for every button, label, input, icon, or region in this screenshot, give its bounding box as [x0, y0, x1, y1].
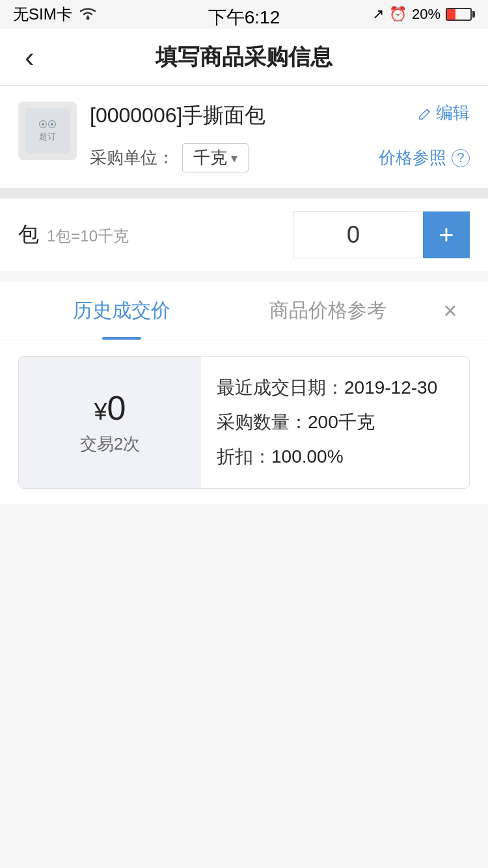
quantity-input-group: + — [293, 211, 470, 258]
location-icon: ↗ — [372, 6, 384, 23]
product-header: [0000006]手撕面包 编辑 — [90, 102, 470, 130]
svg-text:⦿⦿: ⦿⦿ — [38, 119, 57, 129]
dropdown-icon: ▾ — [231, 150, 237, 166]
tab-content: ¥0 交易2次 最近成交日期：2019-12-30 采购数量：200千克 折扣：… — [0, 340, 488, 504]
quantity-label: 包 1包=10千克 — [18, 221, 129, 249]
purchase-qty-label: 采购数量： — [217, 412, 308, 432]
tab1-label: 历史成交价 — [73, 297, 170, 324]
tab-product-price[interactable]: 商品价格参考 — [224, 282, 431, 340]
price-symbol: ¥ — [94, 398, 107, 425]
unit-value: 千克 — [193, 146, 227, 169]
recent-date-label: 最近成交日期： — [217, 377, 344, 398]
product-section: ⦿⦿ 超订 [0000006]手撕面包 编辑 采购单位： — [0, 86, 488, 188]
battery-pct: 20% — [412, 6, 441, 23]
page-title: 填写商品采购信息 — [156, 42, 332, 72]
price-value: 0 — [107, 389, 126, 427]
recent-date-row: 最近成交日期：2019-12-30 — [217, 375, 454, 400]
product-info: [0000006]手撕面包 编辑 采购单位： 千克 ▾ — [90, 102, 470, 172]
discount-label: 折扣： — [217, 446, 271, 467]
history-price-card: ¥0 交易2次 最近成交日期：2019-12-30 采购数量：200千克 折扣：… — [18, 356, 470, 489]
tab-close-button[interactable]: × — [431, 292, 470, 331]
quantity-input[interactable] — [293, 211, 423, 258]
purchase-qty-row: 采购数量：200千克 — [217, 409, 454, 435]
discount-value: 100.00% — [271, 446, 344, 467]
battery-icon — [446, 8, 475, 21]
back-button[interactable]: ‹ — [18, 34, 41, 80]
help-icon: ? — [452, 149, 470, 167]
recent-date-value: 2019-12-30 — [344, 377, 437, 398]
card-detail-right: 最近成交日期：2019-12-30 采购数量：200千克 折扣：100.00% — [201, 357, 469, 488]
price-amount: ¥0 — [94, 389, 126, 427]
quantity-unit: 包 — [18, 221, 39, 249]
trade-count: 交易2次 — [80, 433, 140, 455]
purchase-unit-group: 采购单位： 千克 ▾ — [90, 143, 249, 172]
close-icon: × — [443, 297, 457, 325]
status-left: 无SIM卡 — [13, 4, 98, 25]
quantity-plus-button[interactable]: + — [423, 211, 470, 258]
svg-point-0 — [86, 17, 89, 20]
plus-icon: + — [439, 221, 454, 250]
price-display: ¥0 — [94, 388, 126, 427]
tab-header: 历史成交价 商品价格参考 × — [0, 282, 488, 340]
price-ref-label: 价格参照 — [379, 146, 446, 169]
status-time: 下午6:12 — [208, 5, 280, 30]
status-right: ↗ ⏰ 20% — [372, 6, 475, 23]
unit-select[interactable]: 千克 ▾ — [182, 143, 249, 172]
purchase-row: 采购单位： 千克 ▾ 价格参照 ? — [90, 143, 470, 172]
card-price-left: ¥0 交易2次 — [19, 357, 201, 488]
nav-bar: ‹ 填写商品采购信息 — [0, 29, 488, 86]
main-background — [0, 504, 488, 868]
svg-rect-1 — [25, 108, 70, 154]
edit-label: 编辑 — [436, 102, 470, 124]
tab-panel: 历史成交价 商品价格参考 × ¥0 交易2次 最近成交日期 — [0, 282, 488, 504]
product-row: ⦿⦿ 超订 [0000006]手撕面包 编辑 采购单位： — [18, 102, 470, 172]
tab-history-price[interactable]: 历史成交价 — [18, 282, 224, 340]
discount-row: 折扣：100.00% — [217, 444, 454, 469]
status-bar: 无SIM卡 下午6:12 ↗ ⏰ 20% — [0, 0, 488, 29]
purchase-qty-value: 200千克 — [308, 412, 375, 432]
section-divider — [0, 188, 488, 198]
tab2-label: 商品价格参考 — [269, 297, 386, 324]
alarm-icon: ⏰ — [389, 6, 407, 23]
product-thumbnail: ⦿⦿ 超订 — [18, 102, 77, 160]
quantity-hint: 1包=10千克 — [47, 226, 129, 247]
price-ref-button[interactable]: 价格参照 ? — [379, 146, 470, 169]
svg-text:超订: 超订 — [39, 131, 56, 141]
purchase-unit-label: 采购单位： — [90, 146, 174, 169]
edit-button[interactable]: 编辑 — [418, 102, 470, 124]
product-name: [0000006]手撕面包 — [90, 102, 265, 130]
wifi-icon — [77, 4, 98, 25]
quantity-row: 包 1包=10千克 + — [0, 198, 488, 271]
carrier-text: 无SIM卡 — [13, 4, 72, 25]
